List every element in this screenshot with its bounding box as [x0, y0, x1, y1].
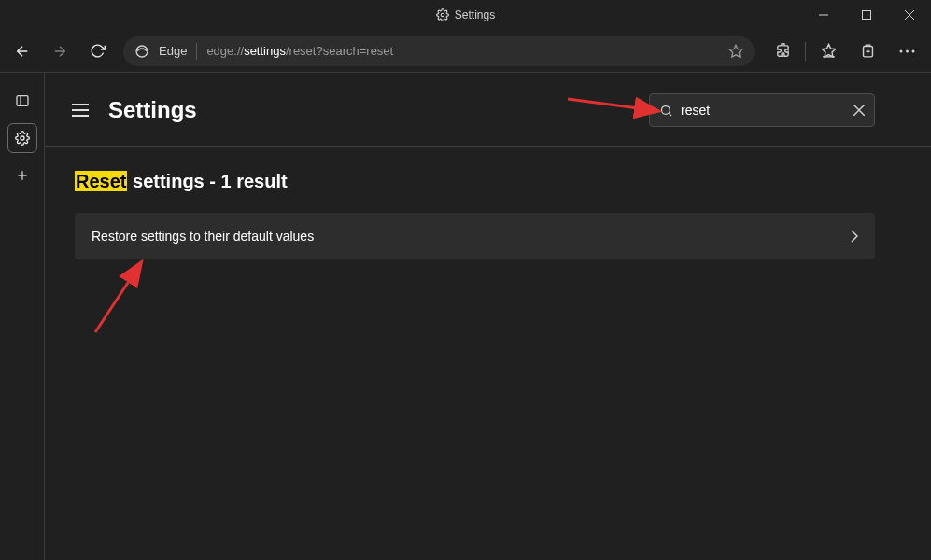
close-button[interactable]	[888, 0, 931, 30]
extensions-button[interactable]	[764, 35, 801, 68]
gear-icon	[436, 8, 449, 21]
reset-settings-item[interactable]: Restore settings to their default values	[75, 213, 875, 259]
refresh-button[interactable]	[80, 35, 114, 68]
page-title: Settings	[108, 97, 197, 123]
svg-rect-2	[863, 11, 871, 20]
search-icon	[659, 104, 673, 118]
address-bar[interactable]: Edge edge://settings/reset?search=reset	[123, 36, 755, 66]
divider	[805, 42, 806, 61]
tab-actions-button[interactable]	[7, 86, 37, 116]
settings-header: Settings	[45, 73, 931, 147]
edge-icon	[134, 44, 149, 59]
forward-button[interactable]	[43, 35, 77, 68]
favorite-star-icon[interactable]	[728, 44, 743, 59]
browser-toolbar: Edge edge://settings/reset?search=reset	[0, 30, 931, 73]
svg-point-17	[21, 136, 24, 140]
back-button[interactable]	[6, 35, 39, 68]
search-results: Reset settings - 1 result Restore settin…	[45, 147, 931, 259]
results-heading: Reset settings - 1 result	[75, 171, 875, 192]
svg-point-14	[911, 49, 914, 52]
url-display: edge://settings/reset?search=reset	[206, 44, 719, 58]
maximize-button[interactable]	[845, 0, 888, 30]
favorites-button[interactable]	[810, 35, 847, 68]
svg-point-13	[906, 49, 909, 52]
settings-search[interactable]	[649, 93, 875, 127]
settings-search-input[interactable]	[681, 103, 846, 118]
clear-search-button[interactable]	[853, 105, 865, 116]
window-title: Settings	[455, 8, 495, 21]
settings-tab[interactable]	[7, 123, 37, 153]
more-button[interactable]	[888, 35, 925, 68]
toolbar-right	[764, 35, 925, 68]
svg-marker-6	[729, 45, 741, 57]
settings-content: Settings Reset settings - 1 result Resto…	[45, 73, 931, 560]
results-heading-text: settings - 1 result	[127, 171, 287, 191]
svg-point-0	[441, 13, 444, 17]
svg-line-24	[669, 113, 671, 116]
new-tab-button[interactable]	[7, 161, 37, 190]
svg-point-5	[136, 46, 148, 57]
svg-point-23	[662, 105, 670, 114]
site-label: Edge	[159, 44, 187, 58]
svg-point-12	[899, 49, 902, 52]
svg-marker-7	[822, 44, 835, 56]
menu-button[interactable]	[69, 99, 92, 121]
window-controls	[802, 0, 931, 30]
title-bar: Settings	[0, 0, 931, 30]
svg-rect-15	[17, 96, 28, 106]
chevron-right-icon	[851, 230, 858, 243]
window-title-group: Settings	[436, 8, 495, 21]
divider	[196, 43, 197, 60]
highlighted-term: Reset	[75, 171, 127, 191]
result-item-label: Restore settings to their default values	[92, 229, 314, 244]
minimize-button[interactable]	[802, 0, 845, 30]
vertical-tab-rail	[0, 73, 45, 560]
collections-button[interactable]	[849, 35, 886, 68]
